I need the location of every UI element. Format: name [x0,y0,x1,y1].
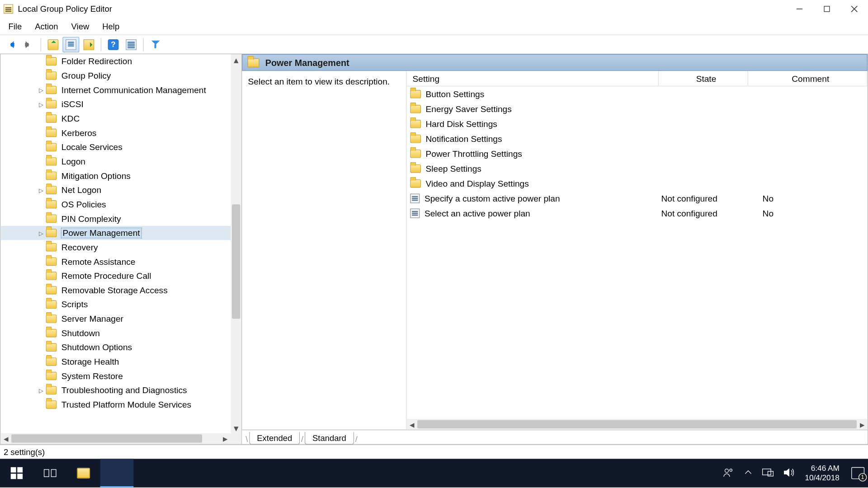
tab-extended[interactable]: Extended [249,432,300,445]
taskbar-clock[interactable]: 6:46 AM 10/4/2018 [805,464,839,482]
taskbar-file-explorer-button[interactable] [67,459,100,487]
tree-item[interactable]: Mitigation Options [0,169,231,183]
toolbar-up-button[interactable] [45,37,61,52]
settings-subfolder-row[interactable]: Hard Disk Settings [406,116,867,131]
tree-item-label: Server Manager [61,314,123,324]
column-header-comment[interactable]: Comment [748,71,868,86]
taskbar-gpedit-button[interactable] [100,459,134,487]
tree-item[interactable]: Server Manager [0,312,231,326]
column-header-state[interactable]: State [659,71,748,86]
tree-item[interactable]: Remote Procedure Call [0,269,231,283]
tab-slash: / [354,434,359,444]
expander-icon[interactable]: ▷ [36,101,46,108]
settings-horizontal-scrollbar[interactable]: ◂ ▸ [406,419,867,430]
export-icon [84,39,94,50]
tree-horizontal-scrollbar[interactable]: ◂ ▸ [0,433,231,444]
tray-network-icon[interactable] [762,468,774,479]
close-button[interactable] [840,0,868,18]
setting-state: Not configured [659,208,748,218]
expander-icon[interactable]: ▷ [36,187,46,193]
tree-item[interactable]: OS Policies [0,197,231,211]
tree-vertical-scrollbar[interactable]: ▴ ▾ [231,54,241,433]
toolbar-properties-button[interactable] [62,37,79,52]
minimize-button[interactable] [786,0,813,18]
tree-item[interactable]: Remote Assistance [0,254,231,269]
tray-volume-icon[interactable] [783,467,795,479]
scroll-right-arrow-icon[interactable]: ▸ [220,433,231,444]
tree-item[interactable]: ▷Net Logon [0,183,231,197]
tree-item[interactable]: Kerberos [0,126,231,140]
settings-subfolder-row[interactable]: Power Throttling Settings [406,146,867,161]
scroll-up-arrow-icon[interactable]: ▴ [231,54,241,65]
windows-logo-icon [11,467,23,479]
tree-item[interactable]: ▷Power Management [0,226,231,240]
expander-icon[interactable]: ▷ [36,387,46,394]
folder-icon [46,286,57,294]
tree-item[interactable]: ▷Troubleshooting and Diagnostics [0,383,231,398]
tray-chevron-up-icon[interactable] [744,468,752,478]
tree-item[interactable]: Trusted Platform Module Services [0,398,231,412]
settings-subfolder-row[interactable]: Button Settings [406,86,867,101]
tree-item[interactable]: Group Policy [0,69,231,83]
tree-item[interactable]: ▷iSCSI [0,97,231,112]
settings-subfolder-row[interactable]: Video and Display Settings [406,176,867,191]
toolbar-export-button[interactable] [80,37,97,52]
folder-icon [46,100,57,108]
window-controls [786,0,868,18]
scroll-left-arrow-icon[interactable]: ◂ [0,433,11,444]
tree-item[interactable]: Shutdown Options [0,340,231,355]
column-header-setting[interactable]: Setting [406,71,659,86]
scroll-right-arrow-icon[interactable]: ▸ [857,419,868,430]
settings-subfolder-row[interactable]: Notification Settings [406,131,867,146]
tree-pane: Folder RedirectionGroup Policy▷Internet … [0,54,242,445]
settings-list-rows[interactable]: Button SettingsEnergy Saver SettingsHard… [406,86,867,419]
tree-item[interactable]: Recovery [0,240,231,254]
tree-item[interactable]: Locale Services [0,140,231,155]
folder-icon [46,86,57,94]
folder-icon [46,57,57,66]
menu-help[interactable]: Help [96,20,125,33]
tree-list[interactable]: Folder RedirectionGroup Policy▷Internet … [0,54,231,433]
setting-name: Power Throttling Settings [426,149,522,158]
toolbar-filter-button[interactable] [147,37,164,52]
toolbar-help-button[interactable]: ? [105,37,122,52]
maximize-button[interactable] [813,0,841,18]
setting-name: Sleep Settings [426,164,481,173]
menu-view[interactable]: View [65,20,95,33]
settings-policy-row[interactable]: Select an active power planNot configure… [406,206,867,221]
scroll-thumb[interactable] [11,434,202,442]
settings-policy-row[interactable]: Specify a custom active power planNot co… [406,191,867,206]
tree-item[interactable]: PIN Complexity [0,211,231,226]
taskbar-start-button[interactable] [0,459,33,487]
settings-list-header: Setting State Comment [406,71,867,86]
tree-item[interactable]: KDC [0,112,231,126]
tree-item[interactable]: Shutdown [0,326,231,340]
folder-icon [410,134,421,142]
settings-subfolder-row[interactable]: Energy Saver Settings [406,101,867,116]
toolbar: ? [0,34,868,53]
toolbar-forward-button[interactable] [20,37,37,52]
tray-people-icon[interactable] [722,466,734,480]
taskbar-taskview-button[interactable] [33,459,67,487]
scroll-left-arrow-icon[interactable]: ◂ [406,419,417,430]
tree-item[interactable]: System Restore [0,369,231,383]
expander-icon[interactable]: ▷ [36,230,46,236]
tab-standard[interactable]: Standard [305,432,354,445]
expander-icon[interactable]: ▷ [36,87,46,94]
menu-action[interactable]: Action [29,20,64,33]
tree-item[interactable]: ▷Internet Communication Management [0,83,231,97]
tree-item[interactable]: Removable Storage Access [0,283,231,297]
scroll-down-arrow-icon[interactable]: ▾ [231,422,241,433]
taskbar-notifications-button[interactable]: 1 [851,467,864,479]
toolbar-sheet-button[interactable] [123,37,140,52]
toolbar-back-button[interactable] [2,37,19,52]
tree-item[interactable]: Scripts [0,297,231,312]
tree-item[interactable]: Storage Health [0,355,231,369]
tree-item[interactable]: Logon [0,155,231,169]
scroll-thumb[interactable] [417,420,857,428]
settings-subfolder-row[interactable]: Sleep Settings [406,161,867,176]
tree-item[interactable]: Folder Redirection [0,54,231,69]
scroll-thumb[interactable] [232,204,240,319]
folder-icon [46,229,57,237]
menu-file[interactable]: File [2,20,28,33]
